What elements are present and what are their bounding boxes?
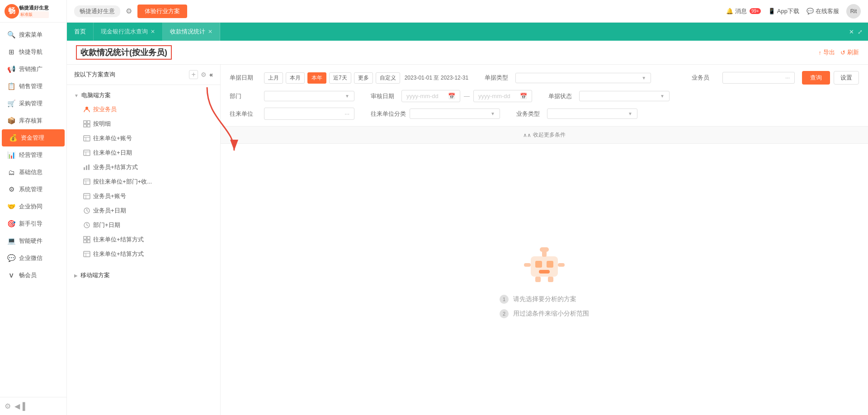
settings-button[interactable]: 设置	[834, 71, 859, 85]
download-icon: 📱	[768, 8, 775, 14]
tree-item-unit-dept-collection[interactable]: 按往来单位+部门+收...	[67, 174, 220, 189]
basic-icon: 🗂	[7, 168, 15, 176]
page-header-actions: ↑ 导出 ↺ 刷新	[819, 48, 859, 57]
search-icon: 🔍	[7, 31, 15, 39]
sidebar-item-wechat[interactable]: 💬 企业微信	[0, 250, 66, 267]
desktop-label: 电脑端方案	[81, 91, 111, 99]
counterpart-more-icon[interactable]: ···	[344, 110, 349, 117]
btn-this-month[interactable]: 本月	[286, 72, 305, 84]
counterpart-input[interactable]: ···	[264, 108, 354, 120]
btn-this-year[interactable]: 本年	[307, 72, 326, 84]
sidebar-item-basic[interactable]: 🗂 基础信息	[0, 164, 66, 181]
sidebar-item-hardware[interactable]: 💻 智能硬件	[0, 232, 66, 250]
sidebar-item-finance[interactable]: 💰 资金管理	[2, 129, 65, 146]
svg-rect-26	[84, 236, 86, 239]
sidebar-item-search[interactable]: 🔍 搜索菜单	[0, 26, 66, 43]
sidebar-item-business[interactable]: 📊 经营管理	[0, 146, 66, 164]
tree-item-salesperson-account[interactable]: 业务员+账号	[67, 189, 220, 203]
wechat-icon: 💬	[7, 254, 15, 262]
audit-date-start-input[interactable]: yyyy-mm-dd 📅	[401, 90, 460, 102]
tree-item-unit-settlement1[interactable]: 往来单位+结算方式	[67, 232, 220, 247]
tab-collection-close[interactable]: ✕	[208, 28, 212, 35]
dept-select[interactable]: ▼	[264, 91, 354, 101]
business-type-arrow: ▼	[628, 111, 632, 116]
left-panel: 按以下方案查询 + ⚙ « ▼ 电脑端方案 按业务员	[67, 65, 221, 415]
empty-steps: 1 请先选择要分析的方案 2 用过滤条件来缩小分析范围	[500, 295, 589, 318]
tab-bank[interactable]: 现金银行流水查询 ✕	[94, 23, 163, 41]
tree-item-unit-date[interactable]: 往来单位+日期	[67, 146, 220, 160]
right-panel: 单据日期 上月 本月 本年 近7天 更多 自定义 2023-01-01 至 20…	[221, 65, 868, 415]
tree-item-by-detail[interactable]: 按明细	[67, 117, 220, 131]
sidebar-item-sales[interactable]: 📋 销售管理	[0, 78, 66, 95]
doc-type-select[interactable]: ▼	[515, 73, 651, 83]
desktop-section-header[interactable]: ▼ 电脑端方案	[67, 89, 220, 102]
topbar: 畅捷通好生意 ⚙ 体验行业方案 🔔 消息 99+ 📱 App下载 💬 在线客服 …	[67, 0, 868, 23]
svg-rect-40	[558, 263, 565, 267]
tree-item-unit-account[interactable]: 往来单位+账号	[67, 131, 220, 146]
query-button[interactable]: 查询	[802, 71, 830, 85]
step-1-num: 1	[500, 295, 509, 304]
sidebar-item-system[interactable]: ⚙ 系统管理	[0, 181, 66, 198]
tree-item-salesperson-settlement[interactable]: 业务员+结算方式	[67, 160, 220, 174]
refresh-button[interactable]: ↺ 刷新	[840, 48, 859, 57]
desktop-toggle: ▼	[74, 93, 79, 98]
counterpart-category-select[interactable]: ▼	[410, 108, 500, 119]
svg-rect-30	[84, 251, 90, 257]
collapse-sidebar-icon[interactable]: ◀▐	[14, 402, 25, 410]
grid-icon	[83, 236, 90, 243]
sidebar-item-guide[interactable]: 🎯 新手引导	[0, 215, 66, 232]
mobile-section-header[interactable]: ▶ 移动端方案	[67, 269, 220, 282]
panel-collapse-icon[interactable]: «	[209, 71, 213, 78]
user-avatar[interactable]: Rit	[846, 4, 861, 19]
tab-close-all-icon[interactable]: ✕	[849, 28, 854, 35]
sidebar-item-purchase[interactable]: 🛒 采购管理	[0, 95, 66, 112]
solution-button[interactable]: 体验行业方案	[137, 5, 187, 18]
desktop-section: ▼ 电脑端方案 按业务员 按明细	[67, 85, 220, 265]
tree-item-unit-settlement2[interactable]: 往来单位+结算方式	[67, 247, 220, 261]
panel-header: 按以下方案查询 + ⚙ «	[67, 65, 220, 85]
tree-item-salesperson-date[interactable]: 业务员+日期	[67, 203, 220, 218]
salesperson-input[interactable]: ···	[722, 72, 795, 84]
tab-expand-icon[interactable]: ⤢	[858, 28, 863, 35]
purchase-icon: 🛒	[7, 99, 15, 108]
sidebar-item-enterprise[interactable]: 🤝 企业协同	[0, 198, 66, 215]
filter-row-3: 往来单位 ··· 往来单位分类 ▼ 业务类型	[230, 108, 859, 120]
sidebar-item-marketing[interactable]: 📢 营销推广	[0, 61, 66, 78]
date-separator: —	[464, 93, 470, 99]
tab-collection[interactable]: 收款情况统计 ✕	[163, 23, 220, 41]
audit-date-end-input[interactable]: yyyy-mm-dd 📅	[473, 90, 532, 102]
dept-arrow: ▼	[345, 94, 349, 99]
tab-bank-close[interactable]: ✕	[151, 28, 155, 35]
notification-button[interactable]: 🔔 消息 99+	[726, 7, 761, 15]
online-service-button[interactable]: 💬 在线客服	[807, 7, 839, 15]
sidebar-item-quicknav[interactable]: ⊞ 快捷导航	[0, 43, 66, 61]
counterpart-label: 往来单位	[230, 110, 257, 118]
svg-rect-14	[84, 179, 90, 184]
btn-more[interactable]: 更多	[354, 72, 373, 84]
svg-rect-13	[88, 165, 90, 170]
btn-last-7days[interactable]: 近7天	[329, 72, 351, 84]
settings-bottom-icon[interactable]: ⚙	[5, 402, 11, 410]
salesperson-filter-label: 业务员	[692, 74, 719, 82]
btn-last-month[interactable]: 上月	[264, 72, 283, 84]
export-icon: ↑	[819, 49, 822, 56]
table2-icon	[83, 250, 90, 258]
salesperson-more[interactable]: ···	[785, 75, 790, 81]
sidebar-item-inventory[interactable]: 📦 库存核算	[0, 112, 66, 129]
sidebar-item-member[interactable]: V 畅会员	[0, 267, 66, 284]
tree-item-dept-date[interactable]: 部门+日期	[67, 218, 220, 232]
tab-home[interactable]: 首页	[67, 23, 94, 41]
svg-rect-29	[87, 240, 90, 243]
panel-settings-icon[interactable]: ⚙	[201, 71, 207, 78]
business-type-select[interactable]: ▼	[547, 108, 637, 119]
doc-status-select[interactable]: ▼	[579, 91, 670, 101]
tree-item-by-salesperson[interactable]: 按业务员	[67, 102, 220, 117]
panel-add-icon[interactable]: +	[189, 70, 198, 79]
export-button[interactable]: ↑ 导出	[819, 48, 835, 57]
collapse-bar[interactable]: ∧∧ 收起更多条件	[221, 127, 868, 144]
topbar-settings-icon[interactable]: ⚙	[126, 7, 132, 15]
counterpart-category-label: 往来单位分类	[371, 110, 406, 118]
svg-line-22	[87, 211, 88, 212]
app-download-button[interactable]: 📱 App下载	[768, 7, 799, 15]
btn-custom[interactable]: 自定义	[376, 72, 400, 84]
